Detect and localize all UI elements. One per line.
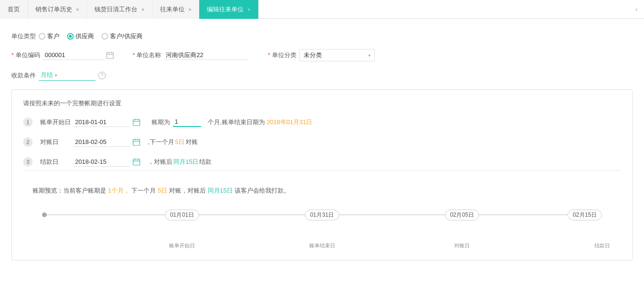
tab-sales-order-history[interactable]: 销售订单历史 ×	[28, 0, 87, 19]
period-date-input-2[interactable]	[73, 137, 130, 147]
tab-partner-close[interactable]: ×	[188, 7, 191, 12]
payment-condition-chevron: ▾	[55, 73, 57, 78]
period-desc-2-pre: ,下一个月	[148, 138, 174, 146]
timeline-node-2: 01月31日	[305, 210, 339, 220]
tab-partner[interactable]: 往来单位 ×	[153, 0, 199, 19]
unit-name-label: 单位名称	[133, 51, 161, 59]
period-calendar-2[interactable]	[133, 138, 140, 146]
radio-customer-supplier[interactable]: 客户/供应商	[102, 32, 143, 41]
radio-supplier[interactable]: 供应商	[67, 32, 94, 41]
radio-customer-circle	[39, 33, 45, 40]
tab-home[interactable]: 首页	[0, 0, 28, 19]
tab-cash-work[interactable]: 钱货日清工作台 ×	[87, 0, 152, 19]
preview-text1: 下一个月	[131, 187, 156, 194]
preview-prefix: 账期预览：当前客户账期是	[33, 187, 106, 194]
period-desc-2-highlight: 5日	[175, 138, 185, 146]
unit-code-label: 单位编码	[11, 51, 40, 59]
unit-type-row: 单位类型 客户 供应商 客户/供应商	[11, 32, 633, 41]
period-desc-2-post: 对账	[186, 138, 198, 146]
period-num-1: 1	[23, 118, 33, 127]
period-title: 请按照未来的一个完整帐期进行设置	[23, 99, 621, 108]
tab-edit-partner[interactable]: 编辑往来单位 ×	[199, 0, 258, 19]
unit-type-radio-group: 客户 供应商 客户/供应商	[39, 32, 143, 41]
radio-customer-label: 客户	[47, 32, 59, 41]
svg-rect-0	[107, 52, 113, 59]
unit-category-value: 未分类	[304, 51, 322, 59]
timeline-node-3: 02月05日	[445, 210, 479, 220]
period-desc-1-pre: 账期为	[152, 118, 170, 127]
unit-category-group: 单位分类 未分类 ▾	[268, 49, 375, 61]
tab-sales-label: 销售订单历史	[35, 5, 72, 14]
tabs-bar: 首页 销售订单历史 × 钱货日清工作台 × 往来单位 × 编辑往来单位 × ›	[0, 0, 644, 19]
period-calendar-3[interactable]	[133, 158, 140, 166]
unit-type-label: 单位类型	[11, 32, 36, 41]
period-row-1: 1 账单开始日 账期为 个月,账单结束日期为 2018年01月31日	[23, 117, 621, 127]
period-desc-3-pre: ，对账后	[148, 158, 172, 166]
preview-section: 账期预览：当前客户账期是 1个月， 下一个月 5日 对账，对账后 同月15日 该…	[23, 178, 621, 203]
tab-cash-label: 钱货日清工作台	[94, 5, 137, 14]
period-month-input[interactable]	[173, 117, 201, 127]
payment-condition-label: 收款条件	[11, 71, 36, 80]
payment-condition-value: 月结	[41, 71, 53, 79]
unit-name-group: 单位名称	[133, 51, 249, 60]
tab-home-label: 首页	[8, 5, 20, 14]
period-box: 请按照未来的一个完整帐期进行设置 1 账单开始日 账期为 个月,账单结束日期为 …	[11, 89, 633, 261]
unit-category-dropdown[interactable]: 未分类 ▾	[299, 49, 375, 61]
period-num-2: 2	[23, 137, 33, 147]
tab-partner-label: 往来单位	[160, 5, 185, 14]
tab-edit-partner-close[interactable]: ×	[247, 7, 250, 12]
payment-condition-row: 收款条件 月结 ▾ ?	[11, 70, 633, 81]
period-date-input-3[interactable]	[73, 157, 130, 167]
svg-rect-12	[133, 159, 140, 165]
preview-highlight2: 5日	[158, 187, 167, 194]
main-content: 单位类型 客户 供应商 客户/供应商 单位编码 单位名称	[0, 19, 644, 287]
period-calendar-1[interactable]	[133, 118, 140, 126]
preview-text: 账期预览：当前客户账期是 1个月， 下一个月 5日 对账，对账后 同月15日 该…	[33, 187, 290, 194]
preview-suffix: 该客户会给我打款。	[235, 187, 290, 194]
period-end-date: 2018年01月31日	[267, 118, 313, 127]
period-date-input-1[interactable]	[73, 118, 130, 127]
radio-customer-supplier-label: 客户/供应商	[110, 32, 143, 41]
period-label-2: 对账日	[40, 138, 73, 146]
tab-edit-partner-label: 编辑往来单位	[207, 5, 244, 14]
radio-customer-supplier-circle	[102, 33, 108, 40]
radio-supplier-label: 供应商	[76, 32, 94, 41]
tab-arrow[interactable]: ›	[633, 6, 644, 13]
unit-category-chevron: ▾	[368, 53, 371, 58]
period-label-3: 结款日	[40, 158, 73, 166]
svg-rect-8	[133, 139, 140, 145]
period-label-1: 账单开始日	[40, 118, 73, 127]
preview-highlight1: 1个月，	[108, 187, 130, 194]
period-desc-3-post: 结款	[199, 158, 212, 166]
timeline-label-2: 账单结束日	[309, 242, 335, 249]
unit-code-calendar-icon[interactable]	[106, 51, 114, 59]
period-desc-3-highlight: 同月15日	[173, 158, 198, 166]
preview-text2: 对账，对账后	[169, 187, 206, 194]
timeline-node-4: 02月15日	[568, 210, 602, 220]
unit-code-input[interactable]	[43, 51, 104, 60]
tab-cash-close[interactable]: ×	[141, 7, 144, 12]
preview-highlight3: 同月15日	[208, 187, 233, 194]
unit-name-input[interactable]	[164, 51, 249, 60]
period-row-3: 3 结款日 ，对账后 同月15日 结款	[23, 157, 621, 167]
period-desc-1-post: 个月,账单结束日期为	[208, 118, 265, 127]
timeline-section: 01月01日 01月31日 02月05日 02月15日	[23, 203, 621, 251]
unit-code-group: 单位编码	[11, 51, 114, 60]
unit-info-row: 单位编码 单位名称 单位分类 未分类 ▾	[11, 49, 633, 61]
period-row-2: 2 对账日 ,下一个月 5日 对账	[23, 137, 621, 147]
radio-supplier-circle	[67, 33, 74, 40]
timeline-label-3: 对账日	[454, 242, 470, 249]
tab-sales-close[interactable]: ×	[76, 7, 79, 12]
help-icon[interactable]: ?	[98, 72, 106, 79]
unit-category-label: 单位分类	[268, 51, 297, 59]
timeline-node-1: 01月01日	[165, 210, 199, 220]
svg-rect-4	[133, 119, 140, 126]
period-num-3: 3	[23, 157, 33, 167]
payment-condition-dropdown[interactable]: 月结 ▾	[39, 70, 95, 81]
timeline-label-1: 账单开始日	[169, 242, 195, 249]
radio-customer[interactable]: 客户	[39, 32, 59, 41]
timeline-label-4: 结款日	[594, 242, 610, 249]
